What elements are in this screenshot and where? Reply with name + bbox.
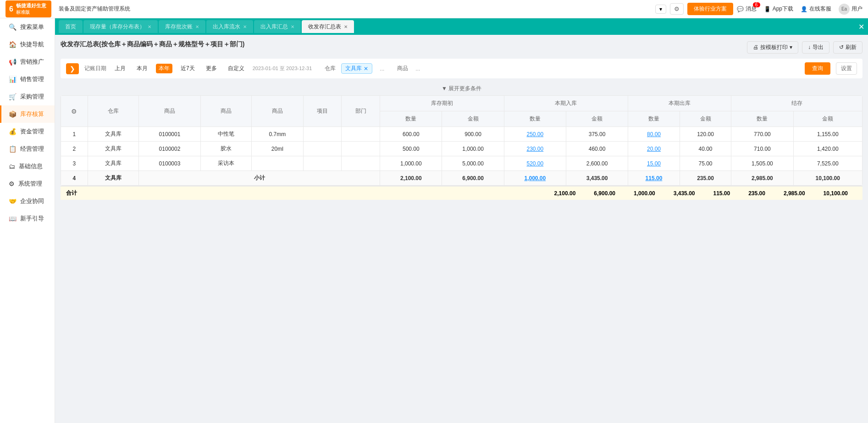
btn-more-date[interactable]: 更多 <box>203 64 220 73</box>
sidebar-item-quick-nav[interactable]: 🏠 快捷导航 <box>0 36 55 53</box>
subtotal-out-qty[interactable]: 115.00 <box>628 171 680 186</box>
message-icon: 💬 <box>737 6 744 12</box>
sidebar-item-finance[interactable]: 💰 资金管理 <box>0 123 55 140</box>
cell-out-qty[interactable]: 80.00 <box>628 127 680 142</box>
content-area: 首页 现存量（库存分布表） ✕ 库存批次账 ✕ 出入库流水 ✕ 出入库汇总 ✕ … <box>55 18 868 423</box>
guide-icon: 📖 <box>9 215 17 222</box>
btn-last-month[interactable]: 上月 <box>112 64 128 73</box>
cell-in-qty[interactable]: 250.00 <box>504 127 566 142</box>
sidebar-item-cooperation[interactable]: 🤝 企业协同 <box>0 192 55 210</box>
cell-warehouse: 文具库 <box>88 127 138 142</box>
refresh-button[interactable]: ↺ 刷新 <box>833 41 862 54</box>
btn-week[interactable]: 近7天 <box>178 64 198 73</box>
cell-open-amt: 5,000.00 <box>442 156 504 171</box>
tab-home[interactable]: 首页 <box>59 20 83 33</box>
subtotal-in-qty[interactable]: 1,000.00 <box>504 171 566 186</box>
th-out-amt: 金额 <box>680 111 731 127</box>
logo-icon: 6 <box>9 5 13 13</box>
date-range-display: 2023-01-01 至 2023-12-31 <box>253 65 312 72</box>
cooperation-icon: 🤝 <box>9 198 17 205</box>
header-right: 💬 消息 6 📱 App下载 👤 在线客服 Ea 用户 <box>737 4 862 15</box>
subtotal-in-amt: 3,435.00 <box>566 171 628 186</box>
online-service-label: 在线客服 <box>809 5 831 13</box>
sidebar-item-purchase[interactable]: 🛒 采购管理 <box>0 88 55 105</box>
sidebar-item-inventory[interactable]: 📦 库存核算 <box>0 105 55 123</box>
sidebar-item-operation[interactable]: 📋 经营管理 <box>0 140 55 158</box>
refresh-icon: ↺ <box>839 44 844 50</box>
user-item[interactable]: Ea 用户 <box>839 4 862 15</box>
cell-out-qty[interactable]: 20.00 <box>628 142 680 156</box>
tab-batch[interactable]: 库存批次账 ✕ <box>159 20 205 33</box>
th-in-group: 本期入库 <box>504 96 628 111</box>
tab-batch-close[interactable]: ✕ <box>195 24 199 29</box>
warehouse-tag[interactable]: 文具库 ✕ <box>341 63 372 74</box>
warehouse-tag-close[interactable]: ✕ <box>364 66 368 72</box>
app-download-item[interactable]: 📱 App下载 <box>764 5 793 13</box>
logo-area: 6 畅捷通好生意 标准版 <box>6 0 51 17</box>
tab-inventory-dist-close[interactable]: ✕ <box>148 24 151 29</box>
table-settings-icon[interactable]: ⚙ <box>71 108 77 115</box>
btn-custom-date[interactable]: 自定义 <box>225 64 247 73</box>
sidebar-item-marketing[interactable]: 📢 营销推广 <box>0 53 55 71</box>
finance-icon: 💰 <box>9 128 17 135</box>
cell-out-qty[interactable]: 15.00 <box>628 156 680 171</box>
footer-in-amt: 3,435.00 <box>674 190 695 197</box>
tab-inventory-dist[interactable]: 现存量（库存分布表） ✕ <box>83 20 158 33</box>
sidebar-item-basic[interactable]: 🗂 基础信息 <box>0 158 55 175</box>
th-code: 商品 <box>138 96 200 127</box>
cell-code: 0100003 <box>138 156 200 171</box>
th-name: 商品 <box>201 96 252 127</box>
sidebar-item-guide[interactable]: 📖 新手引导 <box>0 210 55 227</box>
marketing-icon: 📢 <box>9 58 17 66</box>
tab-recv-send-label: 收发存汇总表 <box>308 23 341 31</box>
export-icon: ↓ <box>808 44 811 50</box>
warehouse-more-btn[interactable]: ... <box>380 66 384 72</box>
btn-this-month[interactable]: 本月 <box>134 64 150 73</box>
settings-button[interactable]: 设置 <box>836 62 857 75</box>
cell-in-amt: 2,600.00 <box>566 156 628 171</box>
inventory-icon: 📦 <box>9 110 17 118</box>
cell-in-qty[interactable]: 520.00 <box>504 156 566 171</box>
footer-in-qty: 1,000.00 <box>634 190 655 197</box>
table-row: 1 文具库 0100001 中性笔 0.7mm 600.00 900.00 25… <box>61 127 862 142</box>
th-dept: 部门 <box>342 96 380 127</box>
gear-button[interactable]: ⚙ <box>670 3 684 15</box>
query-button[interactable]: 查询 <box>805 62 830 75</box>
experience-button[interactable]: 体验行业方案 <box>687 3 733 15</box>
cell-bal-amt: 1,155.00 <box>793 127 862 142</box>
system-dropdown[interactable]: ▾ <box>655 5 666 14</box>
online-service-item[interactable]: 👤 在线客服 <box>801 5 831 13</box>
tab-recv-send[interactable]: 收发存汇总表 ✕ <box>302 20 354 33</box>
tab-recv-send-close[interactable]: ✕ <box>344 24 348 29</box>
btn-this-year[interactable]: 本年 <box>156 64 172 73</box>
filter-toggle-button[interactable]: ❯ <box>66 63 79 74</box>
goods-more-btn[interactable]: ... <box>415 66 420 72</box>
cell-out-amt: 40.00 <box>680 142 731 156</box>
tab-inout-flow-close[interactable]: ✕ <box>243 24 247 29</box>
table-container: ⚙ 仓库 商品 商品 商品 项目 部门 库存期初 本期入库 本期出库 结存 <box>61 95 862 186</box>
tab-inout-flow[interactable]: 出入库流水 ✕ <box>206 20 253 33</box>
cell-bal-qty: 1,505.00 <box>731 156 793 171</box>
goods-label: 商品 <box>397 65 408 72</box>
sidebar-item-system[interactable]: ⚙ 系统管理 <box>0 175 55 192</box>
print-dropdown-icon: ▾ <box>790 44 792 50</box>
sidebar-label-sales: 销售管理 <box>20 75 44 83</box>
expand-more-row[interactable]: ▼ 展开更多条件 <box>61 82 862 95</box>
sidebar-item-search[interactable]: 🔍 搜索菜单 <box>0 18 55 36</box>
tab-bar-close-button[interactable]: ✕ <box>858 22 864 31</box>
basic-icon: 🗂 <box>9 163 15 170</box>
cell-open-qty: 600.00 <box>380 127 442 142</box>
cell-in-qty[interactable]: 230.00 <box>504 142 566 156</box>
tab-inout-summary[interactable]: 出入库汇总 ✕ <box>254 20 301 33</box>
export-button[interactable]: ↓ 导出 <box>802 41 829 54</box>
table-row: 3 文具库 0100003 采访本 1,000.00 5,000.00 520.… <box>61 156 862 171</box>
cell-code: 0100002 <box>138 142 200 156</box>
message-item[interactable]: 💬 消息 6 <box>737 5 757 13</box>
tab-inout-summary-close[interactable]: ✕ <box>291 24 294 29</box>
th-balance-group: 结存 <box>731 96 862 111</box>
top-actions: 🖨 按模板打印 ▾ ↓ 导出 ↺ 刷新 <box>747 41 862 54</box>
print-button[interactable]: 🖨 按模板打印 ▾ <box>747 41 798 54</box>
sidebar-label-quick-nav: 快捷导航 <box>20 40 44 49</box>
sidebar-item-sales[interactable]: 📊 销售管理 <box>0 71 55 88</box>
expand-more-btn[interactable]: ▼ 展开更多条件 <box>442 85 481 92</box>
